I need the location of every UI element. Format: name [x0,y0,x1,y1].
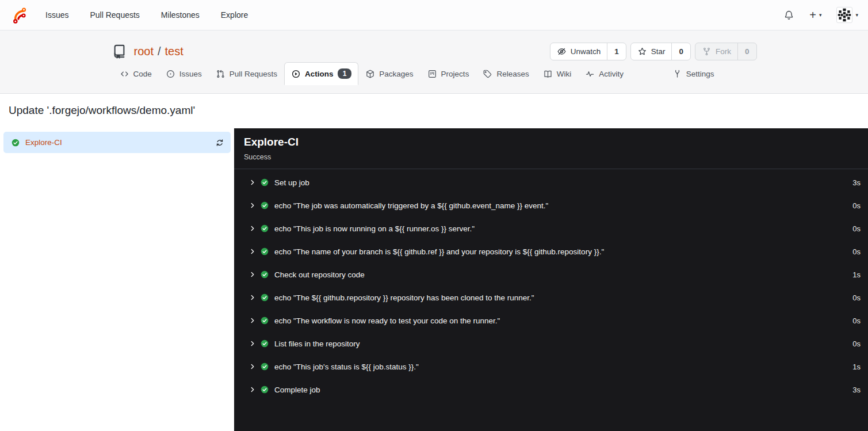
unwatch-button[interactable]: Unwatch 1 [550,43,626,60]
chevron-right-icon [249,225,256,232]
fork-label: Fork [716,47,731,56]
user-menu[interactable]: ▾ [836,7,858,23]
tab-issues[interactable]: Issues [159,62,209,85]
step-row[interactable]: echo "The workflow is now ready to test … [234,309,868,332]
step-name: Set up job [274,178,309,187]
step-row[interactable]: echo "The name of your branch is ${{ git… [234,240,868,263]
step-success-check-icon [260,224,269,233]
tab-projects[interactable]: Projects [420,62,476,85]
step-row[interactable]: Set up job 3s [234,171,868,194]
chevron-down-icon: ▾ [855,12,858,18]
tab-wiki[interactable]: Wiki [536,62,579,85]
step-success-check-icon [260,293,269,302]
create-new-button[interactable]: + ▾ [809,9,821,21]
step-name: echo "This job's status is ${{ job.statu… [274,363,419,371]
step-duration: 0s [846,201,861,210]
star-button[interactable]: Star 0 [630,43,691,60]
chevron-right-icon [249,271,256,278]
repo-owner-link[interactable]: root [134,45,154,58]
step-row[interactable]: echo "This job's status is ${{ job.statu… [234,355,868,378]
chevron-right-icon [249,317,256,324]
star-icon [637,47,647,56]
step-duration: 0s [846,340,861,348]
step-name: echo "The name of your branch is ${{ git… [274,247,604,256]
rerun-refresh-icon[interactable] [215,138,224,147]
issue-opened-icon [166,69,175,79]
jobs-sidebar: Explore-CI [0,128,234,431]
step-success-check-icon [260,385,269,394]
step-success-check-icon [260,178,269,187]
run-details-panel: Explore-CI Success Set up job 3s echo "T… [234,128,868,431]
tag-icon [483,69,492,79]
tab-pull-requests[interactable]: Pull Requests [209,62,284,85]
step-name: Check out repository code [274,270,365,279]
run-status-text: Success [244,153,858,161]
step-success-check-icon [260,316,269,325]
step-row[interactable]: List files in the repository 0s [234,332,868,355]
repo-name-link[interactable]: test [165,45,183,58]
step-name: Complete job [274,386,320,394]
star-count[interactable]: 0 [671,43,690,60]
step-name: echo "The job was automatically triggere… [274,201,548,210]
user-avatar [836,7,852,23]
tab-activity[interactable]: Activity [578,62,630,85]
chevron-right-icon [249,202,256,209]
forgejo-logo[interactable] [10,6,28,24]
repo-book-icon [112,44,127,59]
step-duration: 0s [846,224,861,233]
step-success-check-icon [260,339,269,348]
notifications-bell-icon[interactable] [783,10,794,21]
sidebar-job-explore-ci[interactable]: Explore-CI [3,132,231,153]
repo-tabs: Code Issues Pull Requests Actions 1 P [112,62,757,85]
top-nav-links: Issues Pull Requests Milestones Explore [45,10,248,20]
top-navbar: Issues Pull Requests Milestones Explore … [0,0,868,30]
unwatch-label: Unwatch [571,47,601,56]
repo-breadcrumb: root/test [134,45,183,58]
tab-releases[interactable]: Releases [476,62,536,85]
step-duration: 1s [846,270,861,279]
step-row[interactable]: echo "The job was automatically triggere… [234,194,868,217]
step-row[interactable]: echo "This job is now running on a ${{ r… [234,217,868,240]
page-title: Update '.forgejo/workflows/demo.yaml' [9,104,859,117]
step-duration: 3s [846,386,861,394]
code-icon [120,69,129,79]
tab-code[interactable]: Code [113,62,159,85]
step-duration: 0s [846,247,861,256]
steps-list: Set up job 3s echo "The job was automati… [234,169,868,401]
tab-actions[interactable]: Actions 1 [284,62,358,85]
nav-milestones[interactable]: Milestones [161,10,200,20]
step-name: List files in the repository [274,340,360,348]
chevron-right-icon [249,248,256,255]
fork-count[interactable]: 0 [737,43,756,60]
eye-slash-icon [557,47,567,56]
step-row[interactable]: Check out repository code 1s [234,263,868,286]
plus-icon: + [809,9,816,21]
fork-button[interactable]: Fork 0 [695,43,757,60]
pulse-icon [585,69,595,79]
tab-packages[interactable]: Packages [358,62,420,85]
chevron-right-icon [249,340,256,347]
step-row[interactable]: Complete job 3s [234,378,868,401]
play-circle-icon [291,69,301,79]
step-duration: 0s [846,293,861,302]
step-name: echo "The ${{ github.repository }} repos… [274,293,534,302]
nav-explore[interactable]: Explore [221,10,248,20]
tab-settings[interactable]: Settings [666,62,721,85]
job-name: Explore-CI [25,138,62,147]
step-duration: 0s [846,316,861,325]
nav-pull-requests[interactable]: Pull Requests [90,10,139,20]
watch-count[interactable]: 1 [607,43,626,60]
job-success-check-icon [11,138,20,147]
chevron-right-icon [249,294,256,301]
package-icon [365,69,375,79]
nav-issues[interactable]: Issues [45,10,68,20]
chevron-right-icon [249,363,256,370]
git-pull-request-icon [216,69,225,79]
star-label: Star [651,47,666,56]
fork-icon [702,47,712,56]
step-row[interactable]: echo "The ${{ github.repository }} repos… [234,286,868,309]
chevron-right-icon [249,386,256,393]
breadcrumb-separator: / [158,45,161,58]
step-name: echo "This job is now running on a ${{ r… [274,224,475,233]
step-duration: 3s [846,178,861,187]
